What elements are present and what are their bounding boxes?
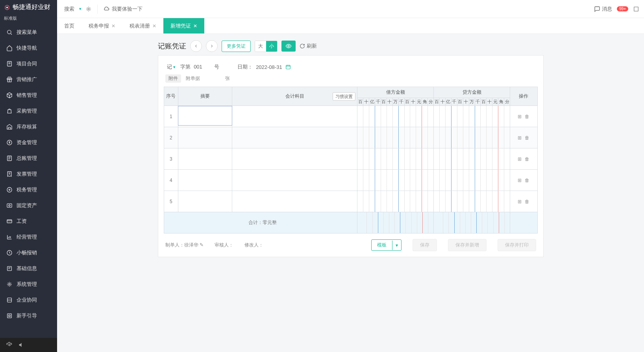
save-new-button[interactable]: 保存并新增 [448,239,487,251]
volume-icon[interactable] [18,342,24,348]
delete-row-icon[interactable]: 🗑 [525,135,529,141]
nav-system[interactable]: 系统管理 [0,276,57,292]
summary-cell[interactable] [178,170,232,191]
add-row-icon[interactable]: ⊞ [518,178,522,183]
receipt-icon [6,171,13,177]
nav-quick[interactable]: 快捷导航 [0,40,57,56]
gear-icon[interactable] [85,6,92,12]
nav-invoice[interactable]: 发票管理 [0,166,57,182]
subject-cell[interactable] [232,170,357,191]
edit-icon[interactable]: ✎ [200,242,204,248]
nav-purchase[interactable]: 采购管理 [0,103,57,119]
summary-cell[interactable] [178,127,232,148]
nav-fund[interactable]: 资金管理 [0,135,57,150]
summary-cell[interactable] [178,106,232,127]
refresh-button[interactable]: 刷新 [300,43,317,50]
attachment-button[interactable]: 附件 [165,74,181,83]
search-label: 搜索 [62,4,77,14]
debit-cell[interactable] [357,191,434,212]
nav-asset[interactable]: 固定资产 [0,198,57,213]
delete-row-icon[interactable]: 🗑 [525,178,529,183]
message-button[interactable]: 消息 [594,6,612,13]
debit-cell[interactable] [357,106,434,127]
add-row-icon[interactable]: ⊞ [518,114,522,119]
digit-header: 百 [404,98,410,106]
size-big[interactable]: 大 [255,41,266,52]
delete-row-icon[interactable]: 🗑 [525,156,529,162]
digit-header: 十 [440,98,446,106]
expand-icon[interactable] [633,6,639,12]
add-row-icon[interactable]: ⊞ [518,199,522,204]
nav-basic[interactable]: 基础信息 [0,261,57,276]
digit-header: 十 [487,98,492,106]
voucher-footer: 制单人：徐泽华 ✎ 审核人： 修改人： 模板 ▾ 保存 保存并新增 保存并打印 [164,233,538,251]
template-button[interactable]: 模板 ▾ [371,239,402,251]
nav-tax[interactable]: 税务管理 [0,182,57,198]
save-print-button[interactable]: 保存并打印 [498,239,536,251]
credit-cell[interactable] [434,127,510,148]
tab-home[interactable]: 首页 [57,18,81,33]
voucher-number-input[interactable] [194,64,211,70]
close-icon[interactable]: ✕ [152,23,156,29]
nav-coop[interactable]: 企业协同 [0,292,57,308]
delete-row-icon[interactable]: 🗑 [525,199,529,204]
save-button[interactable]: 保存 [413,239,437,251]
experience-link[interactable]: 我要体验一下 [103,6,142,13]
search-dropdown[interactable]: 搜索 ▾ [62,4,81,14]
delete-row-icon[interactable]: 🗑 [525,114,529,119]
digit-header: 分 [504,98,510,106]
prev-button[interactable] [190,40,202,52]
nav-inventory[interactable]: 库存核算 [0,119,57,135]
tab-new-voucher[interactable]: 新增凭证✕ [163,18,204,33]
svg-rect-18 [634,7,638,11]
subject-cell[interactable] [232,191,357,212]
nav-operation[interactable]: 经营管理 [0,229,57,245]
calendar-icon[interactable] [285,64,291,70]
close-icon[interactable]: ✕ [111,23,115,29]
more-voucher-button[interactable]: 更多凭证 [222,41,251,52]
credit-cell[interactable] [434,170,510,191]
size-small[interactable]: 小 [266,41,277,52]
next-button[interactable] [206,40,218,52]
tab-tax-list[interactable]: 税表清册✕ [122,18,163,33]
th-seq: 序号 [164,87,178,106]
voucher-type-select[interactable]: 记 ▾ [165,63,178,71]
action-cell: ⊞🗑 [510,170,537,191]
summary-cell[interactable] [178,191,232,212]
subject-cell[interactable] [232,148,357,170]
subject-cell[interactable] [232,106,357,127]
nav-ledger[interactable]: 总账管理 [0,150,57,166]
svg-rect-8 [7,204,12,207]
tab-tax-report[interactable]: 税务申报✕ [81,18,122,33]
nav-label: 采购管理 [17,107,37,115]
credit-cell[interactable] [434,106,510,127]
debit-cell[interactable] [357,170,434,191]
salary-icon [6,218,13,224]
voucher-meta: 记 ▾ 字第 号 日期： 2022-08-31 [164,63,538,74]
nav-search[interactable]: 搜索菜单 [0,24,57,40]
nav-label: 发票管理 [17,170,37,178]
svg-point-9 [9,205,10,206]
nav-salary[interactable]: 工资 [0,213,57,229]
nav-marketing[interactable]: 营销推广 [0,72,57,87]
preview-button[interactable] [281,41,296,52]
nav-sales[interactable]: 销售管理 [0,87,57,103]
summary-input[interactable] [178,106,232,125]
close-icon[interactable]: ✕ [193,23,197,29]
document-icon [6,61,13,67]
subject-cell[interactable] [232,127,357,148]
settings-icon[interactable] [6,342,13,348]
nav-expense[interactable]: 小畅报销 [0,245,57,261]
debit-cell[interactable] [357,148,434,170]
summary-cell[interactable] [178,148,232,170]
nav-project[interactable]: 项目合同 [0,56,57,72]
add-row-icon[interactable]: ⊞ [518,135,522,141]
voucher-card: 记 ▾ 字第 号 日期： 2022-08-31 附件 附单据 张 [158,55,544,257]
nav-guide[interactable]: 新手引导 [0,308,57,324]
credit-cell[interactable] [434,191,510,212]
debit-cell[interactable] [357,127,434,148]
add-row-icon[interactable]: ⊞ [518,156,522,162]
habit-settings-button[interactable]: 习惯设置 [333,92,355,100]
date-value[interactable]: 2022-08-31 [256,64,282,70]
credit-cell[interactable] [434,148,510,170]
